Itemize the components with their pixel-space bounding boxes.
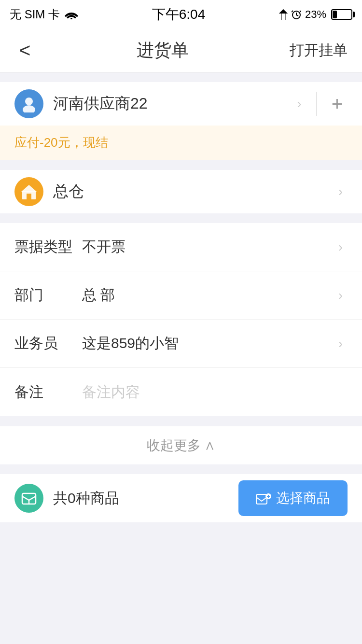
battery-percent: 23% [305,8,326,21]
notice-bar: 应付-20元，现结 [0,126,362,160]
svg-point-0 [70,18,72,19]
product-bar: 共0种商品 选择商品 [0,474,362,522]
status-left: 无 SIM 卡 [10,7,78,22]
salesman-chevron-icon: › [338,336,343,351]
svg-rect-14 [256,494,267,504]
collapse-label: 收起更多 ∧ [147,436,216,455]
collapse-button[interactable]: 收起更多 ∧ [0,426,362,464]
svg-marker-1 [279,9,288,14]
salesman-row[interactable]: 业务员 这是859的小智 › [0,320,362,368]
svg-line-5 [292,11,293,12]
status-bar: 无 SIM 卡 下午6:04 23% [0,0,362,29]
form-section: 票据类型 不开票 › 部门 总 部 › 业务员 这是859的小智 › 备注 备注… [0,223,362,416]
svg-line-6 [300,11,301,12]
bill-type-value: 不开票 [82,237,338,257]
svg-marker-10 [21,185,37,192]
dept-label: 部门 [14,285,72,305]
select-product-icon [256,490,271,507]
add-supplier-button[interactable]: + [327,88,348,120]
alarm-icon [292,9,301,20]
location-icon [279,9,288,20]
salesman-value: 这是859的小智 [82,334,338,353]
warehouse-name: 总仓 [53,181,338,202]
back-button[interactable]: < [14,35,35,66]
signal-text: 无 SIM 卡 [10,7,60,22]
nav-bar: < 进货单 打开挂单 [0,29,362,72]
open-pending-button[interactable]: 打开挂单 [290,41,348,60]
supplier-divider [316,92,317,116]
dept-chevron-icon: › [338,288,343,303]
wifi-icon [65,10,78,19]
svg-point-8 [23,105,35,112]
top-divider [0,72,362,82]
remark-row[interactable]: 备注 备注内容 [0,368,362,416]
supplier-avatar [14,89,43,118]
warehouse-row[interactable]: 总仓 › [0,170,362,213]
supplier-row[interactable]: 河南供应商22 › + [0,82,362,126]
salesman-label: 业务员 [14,334,72,353]
remark-label: 备注 [14,382,72,402]
product-count: 共0种商品 [53,489,238,508]
product-icon-wrap [14,484,43,513]
battery-icon [331,9,352,20]
notice-text: 应付-20元，现结 [14,135,108,150]
bill-type-label: 票据类型 [14,237,72,257]
bottom-gray-area [0,522,362,644]
select-product-label: 选择商品 [276,489,330,507]
department-row[interactable]: 部门 总 部 › [0,271,362,320]
bill-type-row[interactable]: 票据类型 不开票 › [0,223,362,271]
warehouse-icon [20,183,38,200]
svg-point-7 [25,98,33,105]
page-title: 进货单 [137,39,189,62]
svg-rect-11 [27,194,31,199]
warehouse-chevron-icon: › [338,184,343,199]
product-icon [20,490,38,507]
status-right: 23% [279,8,352,21]
svg-line-4 [296,15,298,16]
dept-value: 总 部 [82,285,338,305]
status-time: 下午6:04 [152,5,206,24]
warehouse-icon-wrap [14,177,43,206]
supplier-name: 河南供应商22 [53,93,297,114]
remark-placeholder: 备注内容 [82,382,348,402]
supplier-chevron-icon: › [297,96,301,112]
select-product-button[interactable]: 选择商品 [238,480,348,516]
bill-type-chevron-icon: › [338,239,343,255]
person-icon [20,95,38,112]
